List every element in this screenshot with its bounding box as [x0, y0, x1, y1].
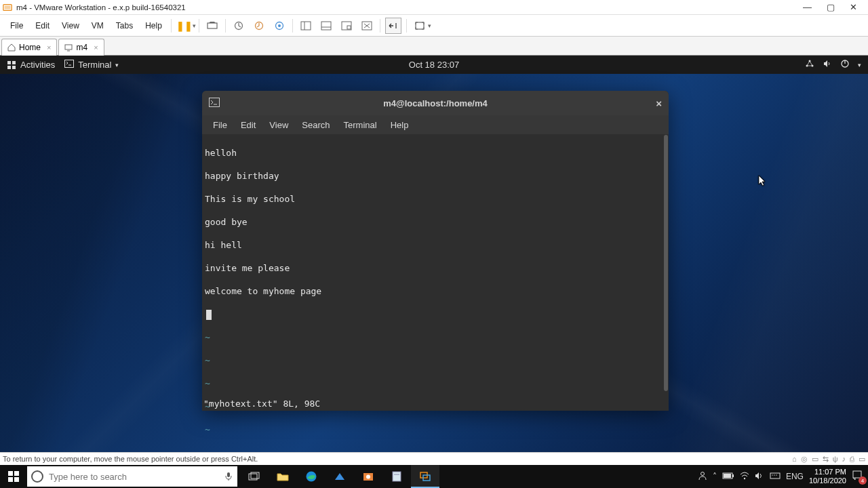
- tab-close-icon[interactable]: ×: [94, 43, 98, 52]
- usb-icon[interactable]: ψ: [833, 455, 838, 464]
- svg-rect-31: [210, 98, 220, 107]
- keyboard-icon[interactable]: [770, 472, 781, 481]
- volume-icon[interactable]: [755, 472, 764, 482]
- show-console-button[interactable]: [359, 18, 375, 34]
- svg-rect-12: [347, 26, 351, 29]
- clock-date: 10/18/2020: [809, 476, 846, 485]
- volume-icon[interactable]: [823, 59, 832, 70]
- file-explorer-button[interactable]: [269, 465, 297, 488]
- menu-help[interactable]: Help: [139, 18, 168, 33]
- vim-tilde: ~: [203, 378, 667, 389]
- tab-home[interactable]: Home ×: [1, 39, 57, 56]
- app-button-note[interactable]: [382, 465, 411, 488]
- term-menu-edit[interactable]: Edit: [234, 117, 262, 133]
- svg-rect-37: [227, 472, 230, 477]
- wifi-icon[interactable]: [740, 472, 749, 482]
- term-menu-help[interactable]: Help: [384, 117, 416, 133]
- pause-button[interactable]: ❚❚: [176, 18, 193, 34]
- show-bottombar-button[interactable]: [318, 18, 334, 34]
- start-button[interactable]: [0, 465, 27, 488]
- vmware-menubar: File Edit View VM Tabs Help ❚❚ ▾ ▾: [0, 15, 868, 37]
- sound-icon[interactable]: ♪: [842, 455, 846, 464]
- menu-view[interactable]: View: [56, 18, 85, 33]
- chevron-down-icon[interactable]: ▾: [858, 62, 861, 68]
- editor-line: hi hell: [203, 239, 667, 251]
- tab-m4[interactable]: m4 ×: [58, 39, 104, 56]
- windows-taskbar: ˄ ENG 11:07 PM 10/18/2020 4: [0, 465, 868, 488]
- svg-rect-39: [249, 474, 257, 480]
- search-box[interactable]: [27, 466, 237, 487]
- term-menu-view[interactable]: View: [262, 117, 295, 133]
- terminal-window[interactable]: m4@localhost:/home/m4 × File Edit View S…: [202, 91, 669, 411]
- language-label[interactable]: ENG: [786, 472, 804, 481]
- close-button[interactable]: ✕: [850, 2, 857, 12]
- menu-file[interactable]: File: [4, 18, 29, 33]
- svg-rect-34: [14, 471, 19, 476]
- snapshot-button[interactable]: [231, 18, 247, 34]
- show-sidebar-button[interactable]: [298, 18, 314, 34]
- app-indicator[interactable]: Terminal ▾: [64, 60, 119, 70]
- quick-switch-button[interactable]: [385, 18, 401, 34]
- power-dropdown[interactable]: ▾: [193, 22, 196, 29]
- system-clock[interactable]: 11:07 PM 10/18/2020: [809, 468, 846, 485]
- term-menu-search[interactable]: Search: [295, 117, 336, 133]
- menu-vm[interactable]: VM: [85, 18, 110, 33]
- tray-expand-icon[interactable]: ˄: [713, 472, 717, 481]
- guest-desktop[interactable]: Activities Terminal ▾ Oct 18 23:07 ▾ m4@…: [0, 56, 868, 452]
- search-icon: [31, 470, 43, 483]
- mic-icon[interactable]: [224, 472, 233, 481]
- svg-point-52: [744, 477, 745, 479]
- power-icon[interactable]: [840, 59, 850, 70]
- send-ctrlaltdel-button[interactable]: [204, 18, 220, 34]
- cdrom-icon[interactable]: ◎: [801, 455, 808, 464]
- network-icon[interactable]: [805, 59, 814, 70]
- revert-button[interactable]: [251, 18, 267, 34]
- search-input[interactable]: [49, 472, 218, 482]
- vmware-button[interactable]: [411, 465, 439, 488]
- activities-icon: [7, 60, 16, 70]
- notification-button[interactable]: 4: [852, 470, 865, 483]
- minimize-button[interactable]: —: [803, 2, 812, 12]
- vim-tilde: ~: [203, 447, 667, 452]
- terminal-scrollbar[interactable]: [664, 135, 668, 391]
- svg-rect-36: [14, 477, 19, 482]
- terminal-titlebar[interactable]: m4@localhost:/home/m4 ×: [202, 91, 669, 115]
- term-menu-terminal[interactable]: Terminal: [337, 117, 384, 133]
- fullscreen-button[interactable]: [412, 18, 428, 34]
- app-button-blue[interactable]: [326, 465, 354, 488]
- svg-rect-20: [7, 61, 11, 64]
- app-button-orange[interactable]: [354, 465, 382, 488]
- terminal-title: m4@localhost:/home/m4: [383, 98, 488, 108]
- terminal-menubar: File Edit View Search Terminal Help: [202, 115, 669, 134]
- edge-button[interactable]: [297, 465, 326, 488]
- mouse-cursor-icon: [758, 175, 768, 187]
- editor-line: helloh: [203, 147, 667, 159]
- disk-icon[interactable]: ⌂: [792, 455, 797, 464]
- people-icon[interactable]: [698, 471, 707, 483]
- display-icon[interactable]: ▭: [859, 455, 865, 464]
- terminal-body[interactable]: helloh happy birthday This is my school …: [202, 134, 669, 411]
- tab-close-icon[interactable]: ×: [47, 43, 51, 52]
- menu-tabs[interactable]: Tabs: [110, 18, 139, 33]
- gnome-clock[interactable]: Oct 18 23:07: [409, 60, 459, 70]
- task-view-button[interactable]: [240, 465, 269, 488]
- svg-rect-51: [724, 474, 731, 478]
- svg-rect-50: [732, 474, 734, 477]
- menu-edit[interactable]: Edit: [29, 18, 56, 33]
- svg-rect-23: [12, 66, 16, 69]
- vmware-tabs: Home × m4 ×: [0, 37, 868, 56]
- svg-rect-44: [393, 472, 401, 481]
- activities-button[interactable]: Activities: [7, 60, 55, 70]
- floppy-icon[interactable]: ▭: [812, 455, 818, 464]
- network-adapter-icon[interactable]: ⇆: [823, 455, 829, 464]
- maximize-button[interactable]: ▢: [827, 2, 835, 12]
- term-menu-file[interactable]: File: [206, 117, 234, 133]
- terminal-close-button[interactable]: ×: [656, 98, 662, 109]
- fullscreen-dropdown[interactable]: ▾: [428, 22, 431, 29]
- show-thumbnail-button[interactable]: [338, 18, 355, 34]
- snapshot-manager-button[interactable]: [271, 18, 288, 34]
- battery-icon[interactable]: [722, 472, 734, 481]
- svg-rect-53: [770, 473, 780, 479]
- printer-icon[interactable]: ⎙: [850, 455, 854, 464]
- activities-label: Activities: [20, 60, 55, 70]
